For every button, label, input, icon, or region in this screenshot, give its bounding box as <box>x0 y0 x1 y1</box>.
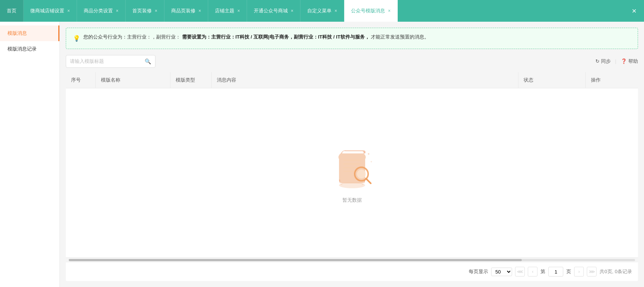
svg-text:✦: ✦ <box>370 160 373 164</box>
help-label: 帮助 <box>628 58 638 65</box>
tab-custom-menu[interactable]: 自定义菜单 × <box>301 0 344 22</box>
next-page-button[interactable]: › <box>574 267 584 277</box>
help-icon: ❓ <box>621 58 627 64</box>
empty-state-icon: ✦ ✦ <box>330 142 375 191</box>
col-header-action: 操作 <box>586 72 638 88</box>
current-page-input[interactable] <box>548 267 563 277</box>
toolbar-right: ↻ 同步 | ❓ 帮助 <box>595 58 638 65</box>
svg-point-6 <box>357 170 366 178</box>
tab-open-mall[interactable]: 开通公众号商城 × <box>247 0 301 22</box>
sync-button[interactable]: ↻ 同步 <box>595 58 611 65</box>
col-header-seq: 序号 <box>66 72 96 88</box>
col-header-content: 消息内容 <box>212 72 518 88</box>
tab-open-mall-label: 开通公众号商城 <box>254 7 288 14</box>
sidebar-item-template-record-label: 模版消息记录 <box>7 46 37 52</box>
page-size-select[interactable]: 50 10 20 100 <box>491 268 512 276</box>
sidebar-item-template-msg-label: 模版消息 <box>7 30 27 36</box>
toolbar: 🔍 ↻ 同步 | ❓ 帮助 <box>66 55 638 68</box>
tab-home-label: 首页 <box>7 7 16 14</box>
scrollbar-track[interactable] <box>69 259 635 261</box>
tab-custom-menu-close[interactable]: × <box>335 8 337 13</box>
sidebar-item-template-record[interactable]: 模版消息记录 <box>0 41 59 57</box>
toolbar-divider: | <box>615 58 616 64</box>
prev-page-button[interactable]: ‹ <box>528 267 537 277</box>
main-layout: 模版消息 模版消息记录 💡 您的公众号行业为：主营行业：，副营行业： 需要设置为… <box>0 22 644 287</box>
sidebar-item-template-msg[interactable]: 模版消息 <box>0 25 59 41</box>
notice-prefix: 您的公众号行业为：主营行业：，副营行业： <box>83 34 181 40</box>
tab-wechat-shop-close[interactable]: × <box>67 8 70 13</box>
tab-wechat-shop[interactable]: 微商城店铺设置 × <box>24 0 77 22</box>
search-input[interactable] <box>70 58 145 64</box>
col-header-name: 模版名称 <box>96 72 170 88</box>
tab-product-dec-close[interactable]: × <box>198 8 201 13</box>
empty-state-text: 暂无数据 <box>342 197 362 204</box>
tab-open-mall-close[interactable]: × <box>291 8 293 13</box>
tab-home[interactable]: 首页 <box>0 0 24 22</box>
sync-icon: ↻ <box>595 58 600 64</box>
tab-homepage-dec[interactable]: 首页装修 × <box>126 0 164 22</box>
first-page-button[interactable]: ⋘ <box>515 267 525 277</box>
notice-text: 您的公众号行业为：主营行业：，副营行业： 需要设置为：主营行业：IT科技 / 互… <box>83 33 429 41</box>
search-box[interactable]: 🔍 <box>66 55 155 68</box>
top-navigation: 首页 微商城店铺设置 × 商品分类设置 × 首页装修 × 商品页装修 × 店铺主… <box>0 0 644 22</box>
tab-product-dec-label: 商品页装修 <box>171 7 195 14</box>
tab-template-msg[interactable]: 公众号模版消息 × <box>344 0 398 22</box>
svg-line-7 <box>366 178 371 183</box>
tab-shop-theme-close[interactable]: × <box>237 8 240 13</box>
tab-category-close[interactable]: × <box>116 8 118 13</box>
page-label-suffix: 页 <box>566 268 571 275</box>
notice-suffix: 才能正常发送预置的消息。 <box>371 34 429 40</box>
tab-custom-menu-label: 自定义菜单 <box>307 7 332 14</box>
scrollbar-area[interactable] <box>66 257 638 262</box>
tab-homepage-dec-close[interactable]: × <box>155 8 157 13</box>
table-container: 序号 模版名称 模版类型 消息内容 状态 操作 <box>66 72 638 281</box>
col-header-type: 模版类型 <box>170 72 212 88</box>
empty-state: ✦ ✦ 暂无数据 <box>66 88 638 257</box>
sync-label: 同步 <box>601 58 611 65</box>
notice-icon: 💡 <box>73 34 80 43</box>
tab-template-msg-label: 公众号模版消息 <box>351 7 385 14</box>
pagination: 每页显示 50 10 20 100 ⋘ ‹ 第 页 › ⋙ 共0页, 0条记录 <box>66 262 638 281</box>
tab-homepage-dec-label: 首页装修 <box>132 7 152 14</box>
search-icon[interactable]: 🔍 <box>145 58 151 64</box>
scrollbar-thumb[interactable] <box>69 259 522 261</box>
global-close-button[interactable]: ✕ <box>624 0 644 22</box>
tab-wechat-shop-label: 微商城店铺设置 <box>30 7 64 14</box>
col-header-status: 状态 <box>518 72 586 88</box>
sidebar: 模版消息 模版消息记录 <box>0 22 60 287</box>
last-page-button[interactable]: ⋙ <box>587 267 597 277</box>
content-area: 💡 您的公众号行业为：主营行业：，副营行业： 需要设置为：主营行业：IT科技 /… <box>60 22 644 287</box>
table-header: 序号 模版名称 模版类型 消息内容 状态 操作 <box>66 72 638 88</box>
page-label-prefix: 第 <box>540 268 545 275</box>
total-info: 共0页, 0条记录 <box>600 268 632 275</box>
help-button[interactable]: ❓ 帮助 <box>621 58 638 65</box>
tab-category[interactable]: 商品分类设置 × <box>77 0 126 22</box>
tab-shop-theme[interactable]: 店铺主题 × <box>208 0 247 22</box>
svg-text:✦: ✦ <box>367 152 370 156</box>
tab-category-label: 商品分类设置 <box>84 7 113 14</box>
tab-shop-theme-label: 店铺主题 <box>215 7 234 14</box>
tab-product-dec[interactable]: 商品页装修 × <box>164 0 208 22</box>
page-size-label: 每页显示 <box>469 268 488 275</box>
notice-banner: 💡 您的公众号行业为：主营行业：，副营行业： 需要设置为：主营行业：IT科技 /… <box>66 28 638 49</box>
notice-highlight: 需要设置为：主营行业：IT科技 / 互联网|电子商务，副营行业：IT科技 / I… <box>182 34 370 40</box>
tab-template-msg-close[interactable]: × <box>388 8 391 13</box>
